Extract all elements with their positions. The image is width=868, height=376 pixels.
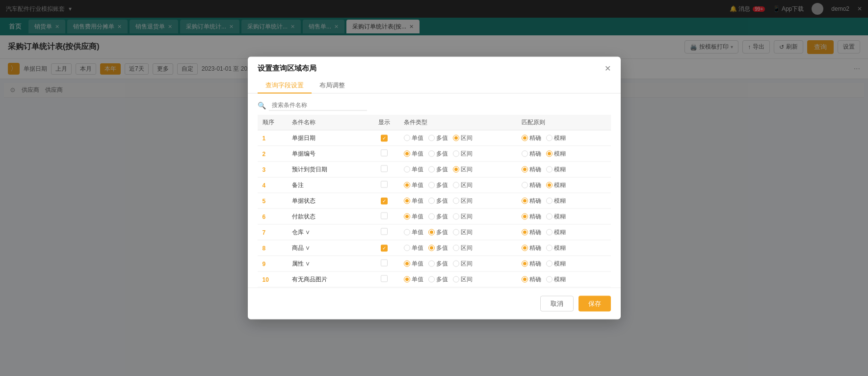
dialog-close-btn[interactable]: ✕: [605, 64, 611, 73]
dialog-title: 设置查询区域布局: [258, 64, 316, 73]
settings-dialog: 设置查询区域布局 ✕ 查询字段设置 布局调整 🔍 顺序 条件名称 显示 条件类型…: [248, 57, 621, 102]
search-icon: 🔍: [258, 101, 266, 102]
dialog-tab-fields[interactable]: 查询字段设置: [258, 78, 312, 94]
dialog-tab-layout[interactable]: 布局调整: [312, 78, 353, 94]
dialog-search-area: 🔍: [248, 94, 621, 102]
dialog-header: 设置查询区域布局 ✕: [248, 57, 621, 73]
search-input[interactable]: [269, 100, 367, 102]
dialog-tabs: 查询字段设置 布局调整: [248, 73, 621, 94]
